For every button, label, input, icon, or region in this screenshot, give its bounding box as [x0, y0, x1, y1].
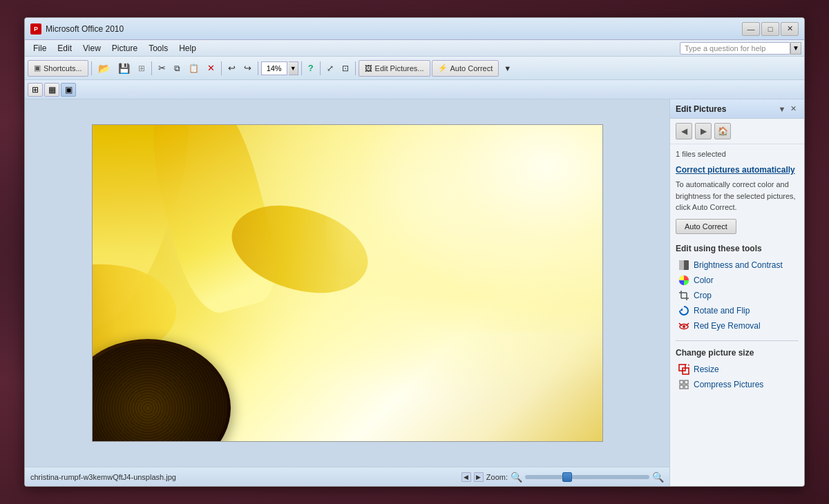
tool-color[interactable]: Color	[676, 273, 799, 288]
compress-icon	[678, 379, 689, 390]
svg-rect-19	[685, 385, 688, 389]
actual-size-button[interactable]: ⊡	[339, 60, 352, 77]
zoom-slider[interactable]	[525, 475, 649, 479]
brightness-icon	[678, 260, 689, 271]
image-area: christina-rumpf-w3kemwQftJ4-unsplash.jpg…	[25, 99, 669, 486]
panel-forward-btn[interactable]: ▶	[695, 123, 712, 139]
toolbar-separator-2	[151, 61, 152, 75]
edit-pictures-label: Edit Pictures...	[375, 64, 424, 72]
zoom-text-label: Zoom:	[486, 473, 508, 481]
panel-close-btn[interactable]: ✕	[788, 104, 799, 115]
tool-resize[interactable]: Resize	[676, 362, 799, 377]
auto-correct-button[interactable]: Auto Correct	[676, 219, 736, 234]
tool-compress[interactable]: Compress Pictures	[676, 377, 799, 392]
panel-back-btn[interactable]: ◀	[676, 123, 692, 139]
svg-rect-18	[680, 385, 683, 389]
save-button[interactable]: 💾	[115, 60, 133, 77]
main-toolbar: ▣ Shortcuts... 📂 💾 ⊞ ✂ ⧉ 📋 ✕ ↩	[25, 57, 804, 80]
menu-view[interactable]: View	[77, 42, 106, 55]
tool-rotate-label: Rotate and Flip	[694, 306, 750, 316]
zoom-slider-thumb[interactable]	[562, 472, 572, 482]
tool-color-label: Color	[694, 275, 714, 285]
view-toolbar: ⊞ ▦ ▣	[25, 80, 804, 99]
tool-brightness-label: Brightness and Contrast	[694, 260, 783, 270]
zoom-next-btn[interactable]: ▶	[474, 472, 484, 482]
zoom-in-icon[interactable]: 🔍	[652, 472, 664, 483]
files-selected-label: 1 files selected	[676, 150, 799, 158]
panel-home-btn[interactable]: 🏠	[714, 123, 731, 139]
view-grid-btn[interactable]: ⊞	[28, 83, 43, 97]
filename-label: christina-rumpf-w3kemwQftJ4-unsplash.jpg	[30, 473, 456, 481]
tool-crop[interactable]: Crop	[676, 288, 799, 303]
app-icon: P	[30, 23, 41, 35]
zoom-control: ◀ ▶ Zoom: 🔍 🔍	[461, 472, 664, 483]
edit-tools-title: Edit using these tools	[676, 244, 799, 253]
title-bar: P Microsoft Office 2010 — □ ✕	[25, 18, 804, 40]
toolbar-separator-6	[320, 61, 321, 75]
toolbar-dropdown-btn[interactable]: ▼	[500, 60, 515, 77]
close-button[interactable]: ✕	[781, 22, 799, 36]
view-list-btn[interactable]: ▦	[44, 83, 59, 97]
panel-menu-btn[interactable]: ▼	[776, 104, 788, 115]
toolbar-separator-7	[355, 61, 356, 75]
help-placeholder: Type a question for help	[685, 44, 765, 52]
tool-redeye[interactable]: Red Eye Removal	[676, 318, 799, 333]
menu-help[interactable]: Help	[173, 42, 202, 55]
panel-header: Edit Pictures ▼ ✕	[670, 99, 804, 119]
tool-crop-label: Crop	[694, 291, 712, 300]
toolbar-separator-5	[301, 61, 302, 75]
menu-tools[interactable]: Tools	[143, 42, 173, 55]
menu-edit[interactable]: Edit	[52, 42, 77, 55]
change-size-title: Change picture size	[676, 348, 799, 358]
minimize-button[interactable]: —	[742, 22, 760, 36]
tool-rotate[interactable]: Rotate and Flip	[676, 303, 799, 318]
menu-file[interactable]: File	[28, 42, 52, 55]
help-search-box[interactable]: Type a question for help	[680, 42, 790, 55]
cut-button[interactable]: ✂	[155, 60, 169, 77]
tool-brightness-contrast[interactable]: Brightness and Contrast	[676, 258, 799, 273]
zoom-dropdown[interactable]: ▼	[289, 61, 298, 75]
toolbar-separator-4	[258, 61, 258, 75]
view-preview-btn[interactable]: ▣	[61, 83, 76, 97]
redo-button[interactable]: ↪	[240, 60, 255, 77]
auto-correct-toolbar-label: Auto Correct	[450, 64, 493, 72]
section-divider	[676, 340, 799, 341]
flower-image	[93, 125, 602, 441]
tool-resize-label: Resize	[694, 365, 719, 374]
shortcuts-label: Shortcuts...	[44, 64, 82, 72]
open-button[interactable]: 📂	[95, 60, 113, 77]
tool-redeye-label: Red Eye Removal	[694, 321, 761, 331]
svg-marker-7	[680, 308, 683, 311]
menu-picture[interactable]: Picture	[106, 42, 143, 55]
svg-rect-17	[685, 380, 688, 384]
help-button[interactable]: ?	[305, 60, 317, 77]
undo-button[interactable]: ↩	[225, 60, 239, 77]
edit-pictures-button[interactable]: 🖼 Edit Pictures...	[359, 60, 430, 77]
auto-correct-section-title[interactable]: Correct pictures automatically	[676, 165, 799, 175]
fit-button[interactable]: ⤢	[323, 60, 337, 77]
rotate-icon	[678, 305, 689, 316]
auto-correct-description: To automatically correct color and brigh…	[676, 179, 799, 213]
toolbar-btn-3[interactable]: ⊞	[135, 60, 149, 77]
toolbar-separator-3	[221, 61, 222, 75]
zoom-input[interactable]	[261, 61, 287, 75]
tool-compress-label: Compress Pictures	[694, 380, 763, 389]
maximize-button[interactable]: □	[761, 22, 779, 36]
panel-title: Edit Pictures	[676, 104, 776, 114]
panel-body: 1 files selected Correct pictures automa…	[670, 144, 804, 486]
resize-icon	[678, 364, 689, 375]
zoom-prev-btn[interactable]: ◀	[461, 472, 471, 482]
status-bar: christina-rumpf-w3kemwQftJ4-unsplash.jpg…	[25, 467, 669, 486]
help-dropdown-btn[interactable]: ▼	[790, 42, 801, 55]
edit-pictures-panel: Edit Pictures ▼ ✕ ◀ ▶ 🏠 1 files selected…	[669, 99, 804, 486]
paste-button[interactable]: 📋	[185, 60, 202, 77]
copy-button[interactable]: ⧉	[171, 60, 184, 77]
menu-bar: File Edit View Picture Tools Help Type a…	[25, 40, 804, 57]
svg-point-9	[683, 325, 685, 328]
zoom-out-icon[interactable]: 🔍	[511, 472, 522, 483]
shortcuts-button[interactable]: ▣ Shortcuts...	[28, 60, 88, 77]
auto-correct-toolbar-button[interactable]: ⚡ Auto Correct	[432, 60, 499, 77]
window-controls: — □ ✕	[742, 22, 799, 36]
delete-button[interactable]: ✕	[204, 60, 218, 77]
crop-icon	[678, 290, 689, 301]
